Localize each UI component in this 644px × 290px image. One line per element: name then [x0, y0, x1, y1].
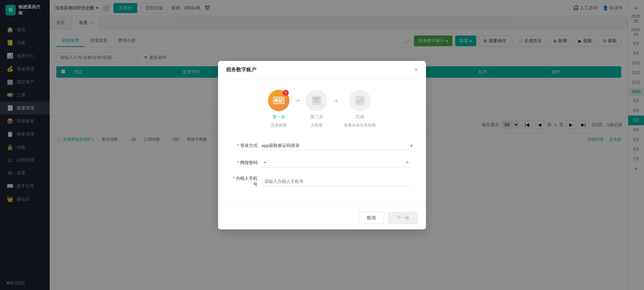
step-1-label: 第一步	[272, 114, 285, 120]
cancel-button[interactable]: 取消	[359, 212, 384, 224]
step-1-badge: !	[283, 90, 289, 96]
step-1-desc: 完善账密	[271, 123, 287, 128]
steps: ! 第一步 完善账密 ➜	[231, 90, 413, 128]
dialog-body: ! 第一步 完善账密 ➜	[218, 79, 426, 206]
form-login-method: * 登录方式 app获取验证码登录 账号密码登录 ▾	[231, 142, 413, 150]
tax-account-dialog: 税务数字账户 ×	[218, 61, 426, 229]
dialog-title: 税务数字账户	[226, 67, 256, 73]
svg-rect-7	[313, 100, 319, 100]
dialog-footer: 取消 下一步	[218, 206, 426, 229]
step-3-icon	[349, 90, 371, 111]
login-method-select-wrap: app获取验证码登录 账号密码登录 ▾	[262, 142, 413, 150]
step-2-label: 第二步	[310, 114, 323, 120]
password-label: * 网报密码	[231, 160, 262, 166]
password-input[interactable]	[262, 158, 403, 167]
step-2-icon-wrap	[306, 90, 327, 111]
step-2-desc: 去取票	[311, 123, 323, 128]
dialog-overlay: 税务数字账户 ×	[0, 0, 644, 290]
form-password: * 网报密码 👁	[231, 158, 413, 167]
step-2-icon	[306, 90, 327, 111]
phone-input[interactable]	[262, 177, 413, 186]
step-3-desc: 查看具体任务结果	[344, 123, 376, 128]
arrow-2: ➜	[327, 96, 344, 104]
svg-point-1	[275, 99, 278, 102]
step-3-icon-wrap	[349, 90, 371, 111]
select-chevron-icon: ▾	[410, 143, 413, 148]
step-1-icon-wrap: !	[268, 90, 289, 111]
password-input-wrap: 👁	[262, 158, 413, 167]
login-method-select[interactable]: app获取验证码登录 账号密码登录	[262, 143, 410, 148]
password-toggle-icon[interactable]: 👁	[403, 160, 413, 165]
next-button[interactable]: 下一步	[388, 212, 418, 224]
arrow-right-icon-2: ➜	[333, 96, 338, 104]
dialog-close-button[interactable]: ×	[414, 66, 418, 73]
phone-input-wrap	[262, 177, 413, 186]
svg-rect-4	[279, 102, 281, 102]
phone-label: * 办税人手机号	[231, 175, 262, 188]
step-3-label: 完成	[356, 114, 364, 120]
svg-rect-8	[313, 101, 319, 102]
step-3: 完成 查看具体任务结果	[344, 90, 376, 128]
svg-rect-2	[279, 99, 283, 100]
form-phone: * 办税人手机号	[231, 175, 413, 188]
dialog-header: 税务数字账户 ×	[218, 61, 426, 79]
svg-rect-3	[279, 100, 282, 101]
svg-rect-6	[313, 98, 320, 99]
step-1: ! 第一步 完善账密	[268, 90, 289, 128]
arrow-right-icon: ➜	[295, 96, 301, 104]
step-2: 第二步 去取票	[306, 90, 327, 128]
arrow-1: ➜	[289, 96, 306, 104]
login-method-label: * 登录方式	[231, 143, 262, 149]
svg-rect-9	[355, 96, 365, 105]
